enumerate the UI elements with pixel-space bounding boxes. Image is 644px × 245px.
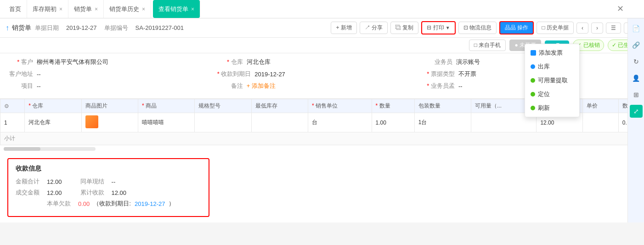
cell-quantity: 1.00 bbox=[372, 113, 414, 132]
rp-expand-icon[interactable]: ⤢ bbox=[630, 105, 643, 118]
transaction-label: 成交金额 bbox=[16, 188, 43, 197]
close-tab-view-sales[interactable]: × bbox=[191, 6, 194, 12]
doc-type-icon: ↑ bbox=[6, 24, 9, 32]
share-button[interactable]: ↗ 分享 bbox=[360, 22, 388, 34]
close-tab-inventory[interactable]: × bbox=[59, 6, 62, 12]
address-field: 客户地址 -- bbox=[7, 70, 217, 78]
tab-sales-history[interactable]: 销货单历史 × bbox=[104, 0, 151, 18]
tab-sales-order[interactable]: 销货单 × bbox=[68, 0, 104, 18]
scroll-indicator[interactable] bbox=[4, 147, 40, 151]
th-min-stock: 最低库存 bbox=[251, 99, 308, 113]
project-value: -- bbox=[37, 83, 41, 90]
payment-info-box: 收款信息 金额合计 12.00 同单现结 -- 成交金额 12.00 累计收款 bbox=[7, 158, 209, 217]
salesman-label: 业务员孟 bbox=[427, 82, 457, 90]
locate-item[interactable]: 定位 bbox=[525, 87, 579, 101]
next-record-button[interactable]: › bbox=[591, 23, 603, 34]
settings-icon[interactable]: ⚙ bbox=[4, 103, 9, 109]
owed-date: 2019-12-27 bbox=[135, 200, 165, 207]
same-order-field: 同单现结 -- bbox=[80, 177, 116, 186]
tab-view-sales[interactable]: 查看销货单 × bbox=[153, 0, 200, 18]
prev-record-button[interactable]: ‹ bbox=[576, 23, 588, 34]
warehouse-value: 河北仓库 bbox=[247, 58, 271, 66]
from-phone-button[interactable]: □ 来自手机 bbox=[469, 40, 506, 51]
operations-button[interactable]: 品品 操作 bbox=[499, 21, 534, 34]
cumulative-value: 12.00 bbox=[112, 189, 127, 196]
out-warehouse-icon bbox=[531, 64, 535, 69]
add-invoice-item[interactable]: 添加发票 bbox=[525, 46, 579, 60]
operations-dropdown: 添加发票 出库 可用量提取 定位 刷新 bbox=[525, 44, 580, 117]
available-qty-item[interactable]: 可用量提取 bbox=[525, 74, 579, 87]
product-thumbnail bbox=[85, 115, 98, 128]
payment-row-2: 成交金额 12.00 累计收款 12.00 bbox=[16, 188, 201, 197]
th-unit-price: 单价 bbox=[583, 99, 619, 113]
main-toolbar: ↑ 销货单 单据日期 2019-12-27 单据编号 SA-20191227-0… bbox=[0, 18, 644, 38]
same-order-label: 同单现结 bbox=[80, 177, 108, 186]
total-value: 12.00 bbox=[47, 178, 62, 185]
list-view-button[interactable]: ☰ bbox=[606, 23, 621, 34]
window-close-icon[interactable]: ✕ bbox=[617, 4, 624, 14]
note-field: 备注 + 添加备注 bbox=[217, 82, 427, 90]
date-value: 2019-12-27 bbox=[66, 24, 97, 31]
refresh-item[interactable]: 刷新 bbox=[525, 101, 579, 115]
cell-num: 1 bbox=[0, 113, 25, 132]
th-quantity: 数量 bbox=[372, 99, 414, 113]
available-qty-icon bbox=[531, 78, 535, 83]
cell-spec bbox=[195, 113, 251, 132]
close-tab-history[interactable]: × bbox=[142, 6, 145, 12]
payment-row-3: 本单欠款 0.00 （收款到期日: 2019-12-27 ） bbox=[16, 199, 201, 208]
tab-home[interactable]: 首页 bbox=[4, 0, 27, 18]
customer-value: 柳州粤港平安气体有限公司 bbox=[37, 58, 108, 66]
cumulative-field: 累计收款 12.00 bbox=[80, 188, 127, 197]
cell-product-img bbox=[81, 113, 138, 132]
th-product-img: 商品图片 bbox=[81, 99, 138, 113]
cell-product: 嘻嘻嘻嘻 bbox=[138, 113, 194, 132]
cell-warehouse: 河北仓库 bbox=[25, 113, 81, 132]
logistics-button[interactable]: ⊡ 物流信息 bbox=[458, 22, 497, 34]
history-button[interactable]: □ 历史单据 bbox=[537, 22, 574, 34]
rp-doc-icon[interactable]: 📄 bbox=[630, 22, 643, 35]
rp-link-icon[interactable]: 🔗 bbox=[630, 39, 643, 51]
action-buttons: + 新增 ↗ 分享 ⿻ 复制 ⊟ 打印 ▼ ⊡ 物流信息 品品 操作 □ 历史单… bbox=[331, 21, 638, 34]
th-warehouse: 仓库 bbox=[25, 99, 81, 113]
add-invoice-icon bbox=[531, 50, 536, 56]
due-date-label: 收款到期日 bbox=[217, 70, 253, 78]
note-label: 备注 bbox=[217, 82, 245, 90]
cell-min-stock bbox=[251, 113, 308, 132]
new-button[interactable]: + 新增 bbox=[331, 22, 356, 34]
owed-note: （收款到期日: bbox=[93, 199, 131, 208]
due-date-value: 2019-12-27 bbox=[254, 71, 285, 78]
rp-refresh-icon[interactable]: ↻ bbox=[630, 55, 643, 68]
bottom-area: 收款信息 金额合计 12.00 同单现结 -- 成交金额 12.00 累计收款 bbox=[0, 153, 644, 222]
same-order-value: -- bbox=[112, 178, 116, 185]
total-field: 金额合计 12.00 bbox=[16, 177, 62, 186]
subtotal-label: 小计 bbox=[0, 132, 644, 145]
print-dropdown-icon: ▼ bbox=[446, 25, 450, 30]
payment-row-1: 金额合计 12.00 同单现结 -- bbox=[16, 177, 201, 186]
rp-grid-icon[interactable]: ⊞ bbox=[630, 88, 643, 101]
transaction-field: 成交金额 12.00 bbox=[16, 188, 62, 197]
th-unit: 销售单位 bbox=[308, 99, 372, 113]
owed-label: 本单欠款 bbox=[47, 199, 74, 208]
project-label: 项目 bbox=[7, 82, 35, 90]
salesman-value: -- bbox=[458, 83, 463, 90]
rp-user-icon[interactable]: 👤 bbox=[630, 72, 643, 85]
address-value: -- bbox=[37, 71, 41, 78]
employee-label: 业务员 bbox=[427, 58, 454, 66]
doc-meta: 单据日期 2019-12-27 单据编号 SA-20191227-001 bbox=[35, 24, 184, 32]
locate-label: 定位 bbox=[538, 90, 550, 98]
doc-title-area: ↑ 销货单 bbox=[6, 24, 31, 32]
warehouse-field: 仓库 河北仓库 bbox=[217, 58, 427, 66]
customer-field: 客户 柳州粤港平安气体有限公司 bbox=[7, 58, 217, 66]
cumulative-label: 累计收款 bbox=[80, 188, 108, 197]
owed-value: 0.00 bbox=[78, 200, 90, 207]
copy-button[interactable]: ⿻ 复制 bbox=[390, 22, 418, 34]
employee-value: 演示账号 bbox=[456, 58, 480, 66]
owed-field: 本单欠款 0.00 （收款到期日: 2019-12-27 ） bbox=[47, 199, 175, 208]
transaction-value: 12.00 bbox=[47, 189, 62, 196]
add-note-button[interactable]: + 添加备注 bbox=[247, 82, 276, 90]
print-button[interactable]: ⊟ 打印 ▼ bbox=[421, 21, 455, 34]
refresh-icon bbox=[531, 106, 535, 110]
tab-inventory-init[interactable]: 库存期初 × bbox=[27, 0, 68, 18]
close-tab-sales[interactable]: × bbox=[95, 6, 98, 12]
out-warehouse-item[interactable]: 出库 bbox=[525, 60, 579, 74]
